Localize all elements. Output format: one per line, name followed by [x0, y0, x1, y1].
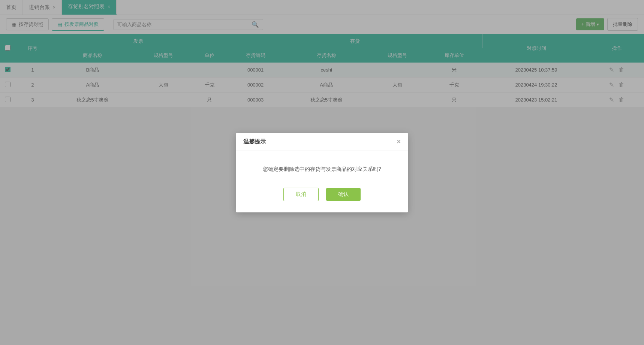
dialog-overlay: 温馨提示 × 您确定要删除选中的存货与发票商品的对应关系吗? 取消 确认 [0, 0, 644, 108]
